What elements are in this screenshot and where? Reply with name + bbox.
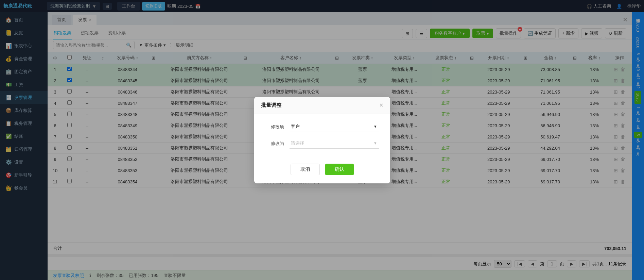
modal-confirm-btn[interactable]: 确认 — [325, 164, 354, 175]
modal-modify-placeholder: 请选择 — [291, 140, 304, 146]
modal-field-arrow: ▾ — [374, 124, 377, 129]
modal-modify-select[interactable]: 请选择 ▾ — [290, 139, 379, 149]
modal-field-type-label: 修改项 — [265, 124, 284, 130]
modal-header: 批量调整 × — [254, 97, 390, 114]
modal-field-type-select[interactable]: 客户 ▾ — [290, 122, 379, 132]
modal-title: 批量调整 — [261, 102, 281, 109]
modal-field-value: 客户 — [291, 123, 300, 130]
modal-body: 修改项 客户 ▾ 修改为 请选择 ▾ — [254, 114, 390, 161]
modal-field-modify-label: 修改为 — [265, 141, 284, 147]
modal-close-btn[interactable]: × — [380, 102, 383, 109]
modal-overlay: 批量调整 × 修改项 客户 ▾ 修改为 请选择 ▾ 取消 确认 — [0, 0, 644, 280]
modal-field-modify: 修改为 请选择 ▾ — [265, 139, 379, 149]
modal-cancel-btn[interactable]: 取消 — [291, 164, 320, 175]
batch-adjust-modal: 批量调整 × 修改项 客户 ▾ 修改为 请选择 ▾ 取消 确认 — [254, 97, 390, 183]
modal-field-type: 修改项 客户 ▾ — [265, 122, 379, 132]
modal-modify-arrow: ▾ — [374, 141, 377, 146]
modal-footer: 取消 确认 — [254, 161, 390, 183]
